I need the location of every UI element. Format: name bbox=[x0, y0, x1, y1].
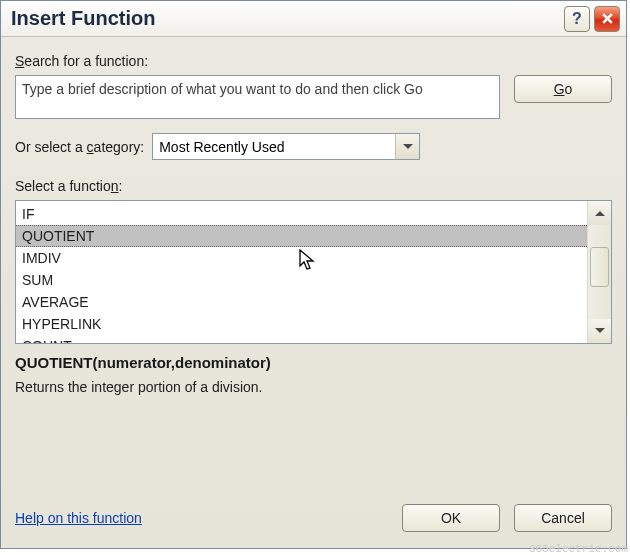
go-button[interactable]: Go bbox=[514, 75, 612, 103]
scroll-down-button[interactable] bbox=[588, 319, 611, 343]
watermark: 365electric.com bbox=[529, 543, 628, 555]
insert-function-dialog: Insert Function ? Search for a function:… bbox=[0, 0, 627, 549]
chevron-down-icon bbox=[395, 134, 419, 159]
close-icon bbox=[601, 12, 614, 25]
list-item[interactable]: HYPERLINK bbox=[16, 313, 587, 335]
help-link[interactable]: Help on this function bbox=[15, 510, 142, 526]
category-selected-value: Most Recently Used bbox=[159, 139, 284, 155]
scroll-up-button[interactable] bbox=[588, 201, 611, 225]
function-signature: QUOTIENT(numerator,denominator) bbox=[15, 354, 612, 371]
search-input[interactable]: Type a brief description of what you wan… bbox=[15, 75, 500, 119]
titlebar: Insert Function ? bbox=[1, 1, 626, 37]
scroll-track[interactable] bbox=[588, 225, 611, 319]
cancel-button[interactable]: Cancel bbox=[514, 504, 612, 532]
scroll-thumb[interactable] bbox=[590, 247, 609, 287]
function-description: Returns the integer portion of a divisio… bbox=[15, 379, 612, 395]
search-label: Search for a function: bbox=[15, 53, 612, 69]
scrollbar[interactable] bbox=[587, 201, 611, 343]
list-item[interactable]: IF bbox=[16, 203, 587, 225]
ok-button[interactable]: OK bbox=[402, 504, 500, 532]
category-select[interactable]: Most Recently Used bbox=[152, 133, 420, 160]
list-item[interactable]: AVERAGE bbox=[16, 291, 587, 313]
titlebar-help-button[interactable]: ? bbox=[564, 6, 590, 32]
dialog-title: Insert Function bbox=[11, 7, 560, 30]
help-icon: ? bbox=[572, 10, 582, 28]
function-list-label: Select a function: bbox=[15, 178, 612, 194]
function-listbox[interactable]: IF QUOTIENT IMDIV SUM AVERAGE HYPERLINK … bbox=[15, 200, 612, 344]
category-label: Or select a category: bbox=[15, 139, 144, 155]
list-item[interactable]: SUM bbox=[16, 269, 587, 291]
list-item[interactable]: QUOTIENT bbox=[16, 225, 587, 247]
function-list-items: IF QUOTIENT IMDIV SUM AVERAGE HYPERLINK … bbox=[16, 201, 587, 343]
titlebar-close-button[interactable] bbox=[594, 6, 620, 32]
list-item[interactable]: IMDIV bbox=[16, 247, 587, 269]
list-item[interactable]: COUNT bbox=[16, 335, 587, 343]
